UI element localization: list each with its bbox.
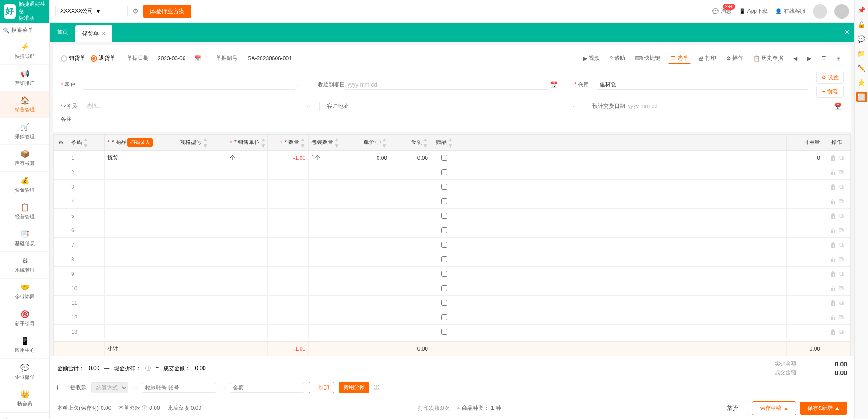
td-pkgqty-7[interactable] [309,252,349,266]
sidebar-item-5[interactable]: 💰资金管理 [0,172,49,198]
td-gift-1[interactable] [431,165,458,179]
gift-checkbox-4[interactable] [441,213,447,219]
sidebar-item-3[interactable]: 🛒采购管理 [0,118,49,145]
row-copy-9[interactable]: ⧉ [838,284,845,292]
td-unit-1[interactable] [227,165,268,179]
td-amount-11[interactable] [390,310,431,324]
row-delete-3[interactable]: 🗑 [829,198,838,205]
arr-info-icon[interactable]: ⓘ [142,405,147,412]
td-amount-7[interactable] [390,252,431,266]
td-qty-0[interactable]: -1.00 [268,151,309,165]
rp-star-icon[interactable]: ⭐ [856,77,867,88]
td-pkgqty-9[interactable] [309,281,349,295]
warehouse-input[interactable] [597,80,808,90]
td-amount-10[interactable] [390,296,431,310]
td-unit-9[interactable] [227,281,268,295]
save-new-button[interactable]: 保存&新增 ▲ [800,402,847,415]
td-amount-4[interactable] [390,209,431,223]
price-info-icon[interactable]: ⓘ [375,139,381,146]
gift-checkbox-2[interactable] [441,184,447,190]
td-note-6[interactable] [458,238,787,252]
add-fee-button[interactable]: + 添加 [309,382,334,393]
td-note-11[interactable] [458,310,787,324]
td-spec-12[interactable] [177,325,227,339]
help-btn[interactable]: ?帮助 [607,53,628,63]
td-gift-3[interactable] [431,194,458,208]
td-spec-6[interactable] [177,238,227,252]
payment-account-input[interactable] [142,383,216,393]
td-spec-7[interactable] [177,252,227,266]
td-spec-11[interactable] [177,310,227,324]
td-price-8[interactable] [349,267,390,281]
td-product-0[interactable]: 拣货 [105,151,177,165]
row-delete-4[interactable]: 🗑 [829,212,838,220]
row-copy-11[interactable]: ⧉ [838,313,845,321]
expected-date-calendar-icon[interactable]: 📅 [832,103,844,110]
td-pkgqty-6[interactable] [309,238,349,252]
td-unit-12[interactable] [227,325,268,339]
td-product-12[interactable] [105,325,177,339]
td-unit-8[interactable] [227,267,268,281]
gift-checkbox-5[interactable] [441,227,447,233]
td-qty-9[interactable] [268,281,309,295]
td-gift-8[interactable] [431,267,458,281]
td-gift-4[interactable] [431,209,458,223]
row-copy-12[interactable]: ⧉ [838,328,845,336]
payment-checkbox-label[interactable]: 一键收款 [57,384,87,391]
row-copy-10[interactable]: ⧉ [838,299,845,307]
row-copy-8[interactable]: ⧉ [838,270,845,278]
td-pkgqty-2[interactable] [309,180,349,194]
sidebar-item-4[interactable]: 📦库存核算 [0,145,49,172]
td-product-6[interactable] [105,238,177,252]
settings-icon[interactable]: ⚙ [132,7,139,15]
tab-sales-order[interactable]: 销货单 × [75,25,112,42]
td-qty-12[interactable] [268,325,309,339]
row-copy-7[interactable]: ⧉ [838,255,845,263]
td-gift-7[interactable] [431,252,458,266]
row-copy-1[interactable]: ⧉ [838,169,845,176]
discard-button[interactable]: 放弃 [718,401,748,415]
rp-comment-icon[interactable]: 💬 [856,34,867,44]
td-unit-0[interactable]: 个 [227,151,268,165]
td-qty-1[interactable] [268,165,309,179]
td-gift-9[interactable] [431,281,458,295]
sort-gift[interactable]: ▲▼ [448,136,453,149]
td-unit-2[interactable] [227,180,268,194]
td-price-4[interactable] [349,209,390,223]
fee-info-icon[interactable]: ⓘ [374,384,379,391]
td-amount-2[interactable] [390,180,431,194]
td-gift-6[interactable] [431,238,458,252]
tab-home[interactable]: 首页 [50,23,75,42]
video-btn[interactable]: ▶视频 [581,53,602,63]
save-draft-button[interactable]: 保存草稿 ▲ [752,401,796,415]
td-note-10[interactable] [458,296,787,310]
td-note-9[interactable] [458,281,787,295]
gift-checkbox-1[interactable] [441,169,447,175]
td-note-8[interactable] [458,267,787,281]
td-spec-1[interactable] [177,165,227,179]
td-note-3[interactable] [458,194,787,208]
td-product-1[interactable] [105,165,177,179]
td-pkgqty-4[interactable] [309,209,349,223]
td-unit-4[interactable] [227,209,268,223]
gift-checkbox-9[interactable] [441,285,447,291]
td-spec-10[interactable] [177,296,227,310]
sidebar-item-7[interactable]: 📑基础信息 [0,225,49,252]
sidebar-item-10[interactable]: 🎯新手引导 [0,305,49,332]
sidebar-item-8[interactable]: ⚙系统管理 [0,252,49,279]
td-spec-3[interactable] [177,194,227,208]
td-unit-6[interactable] [227,238,268,252]
td-qty-3[interactable] [268,194,309,208]
row-delete-6[interactable]: 🗑 [829,241,838,249]
avatar2[interactable] [834,4,849,19]
td-product-3[interactable] [105,194,177,208]
row-delete-12[interactable]: 🗑 [829,328,838,336]
td-product-9[interactable] [105,281,177,295]
td-gift-0[interactable] [431,151,458,165]
td-pkgqty-5[interactable] [309,223,349,237]
td-note-1[interactable] [458,165,787,179]
row-delete-8[interactable]: 🗑 [829,270,838,278]
warehouse-more-icon[interactable]: ··· [808,82,816,88]
td-note-12[interactable] [458,325,787,339]
receive-date-input[interactable] [345,80,548,90]
